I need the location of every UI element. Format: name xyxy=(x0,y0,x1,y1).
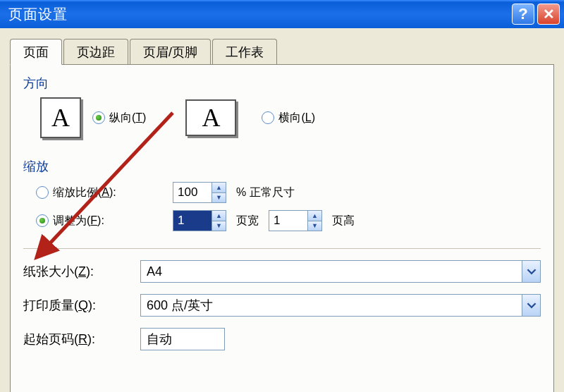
tab-margins[interactable]: 页边距 xyxy=(63,39,128,65)
print-quality-row: 打印质量(Q): 600 点/英寸 xyxy=(23,294,541,317)
first-page-label: 起始页码(R): xyxy=(23,331,130,348)
tab-strip: 页面 页边距 页眉/页脚 工作表 xyxy=(10,38,554,64)
portrait-preview-icon: A xyxy=(40,97,81,138)
scale-fit-row: 调整为(F): ▲▼ 页宽 ▲▼ 页高 xyxy=(23,210,541,231)
tab-header-footer[interactable]: 页眉/页脚 xyxy=(130,39,211,65)
orientation-row: A 纵向(T) A 横向(L) xyxy=(23,97,541,138)
pages-tall-spinner[interactable]: ▲▼ xyxy=(269,210,322,231)
normal-size-suffix: % 正常尺寸 xyxy=(236,185,295,200)
chevron-down-icon[interactable] xyxy=(522,295,540,316)
separator xyxy=(23,248,541,249)
pages-wide-spinner[interactable]: ▲▼ xyxy=(173,210,226,231)
spinner-buttons[interactable]: ▲▼ xyxy=(212,211,226,231)
pages-tall-suffix: 页高 xyxy=(332,214,355,228)
title-bar: 页面设置 ? ✕ xyxy=(0,0,564,28)
scale-group-label: 缩放 xyxy=(23,158,541,175)
chevron-down-icon[interactable] xyxy=(522,261,540,282)
pages-wide-input[interactable] xyxy=(173,211,212,231)
paper-size-label: 纸张大小(Z): xyxy=(23,263,130,280)
help-button[interactable]: ? xyxy=(512,4,534,25)
window-title: 页面设置 xyxy=(8,5,509,24)
spinner-buttons[interactable]: ▲▼ xyxy=(212,183,226,202)
print-quality-value: 600 点/英寸 xyxy=(147,297,522,314)
paper-size-value: A4 xyxy=(147,264,522,279)
adjust-to-input[interactable] xyxy=(173,183,212,202)
print-quality-label: 打印质量(Q): xyxy=(23,297,130,314)
landscape-radio-label: 横向(L) xyxy=(278,111,315,125)
close-button[interactable]: ✕ xyxy=(537,4,560,25)
adjust-to-radio-label: 缩放比例(A): xyxy=(53,185,116,200)
radio-icon xyxy=(92,111,105,124)
radio-icon xyxy=(36,186,49,199)
pages-tall-input[interactable] xyxy=(269,211,307,231)
first-page-input[interactable]: 自动 xyxy=(140,328,225,350)
pages-wide-suffix: 页宽 xyxy=(236,214,259,228)
paper-size-combo[interactable]: A4 xyxy=(140,260,541,283)
tab-sheet[interactable]: 工作表 xyxy=(212,39,277,65)
paper-size-row: 纸张大小(Z): A4 xyxy=(23,260,541,283)
landscape-radio[interactable]: 横向(L) xyxy=(262,111,315,125)
tab-panel-page: 方向 A 纵向(T) A 横向(L) 缩放 缩放比 xyxy=(10,64,554,392)
radio-icon xyxy=(36,214,49,227)
spinner-buttons[interactable]: ▲▼ xyxy=(307,211,321,231)
landscape-preview-icon: A xyxy=(185,99,236,136)
dialog-client: 页面 页边距 页眉/页脚 工作表 方向 A 纵向(T) A 横向(L) 缩放 xyxy=(0,28,564,392)
adjust-to-spinner[interactable]: ▲▼ xyxy=(173,182,226,203)
scale-adjust-row: 缩放比例(A): ▲▼ % 正常尺寸 xyxy=(23,182,541,203)
tab-page[interactable]: 页面 xyxy=(10,39,62,65)
adjust-to-radio[interactable]: 缩放比例(A): xyxy=(36,185,163,200)
portrait-radio-label: 纵向(T) xyxy=(109,111,146,125)
orientation-group-label: 方向 xyxy=(23,75,541,92)
fit-to-radio-label: 调整为(F): xyxy=(53,214,104,228)
radio-icon xyxy=(262,111,274,124)
portrait-radio[interactable]: 纵向(T) xyxy=(92,111,146,125)
first-page-row: 起始页码(R): 自动 xyxy=(23,328,541,350)
fit-to-radio[interactable]: 调整为(F): xyxy=(36,214,163,228)
print-quality-combo[interactable]: 600 点/英寸 xyxy=(140,294,541,317)
